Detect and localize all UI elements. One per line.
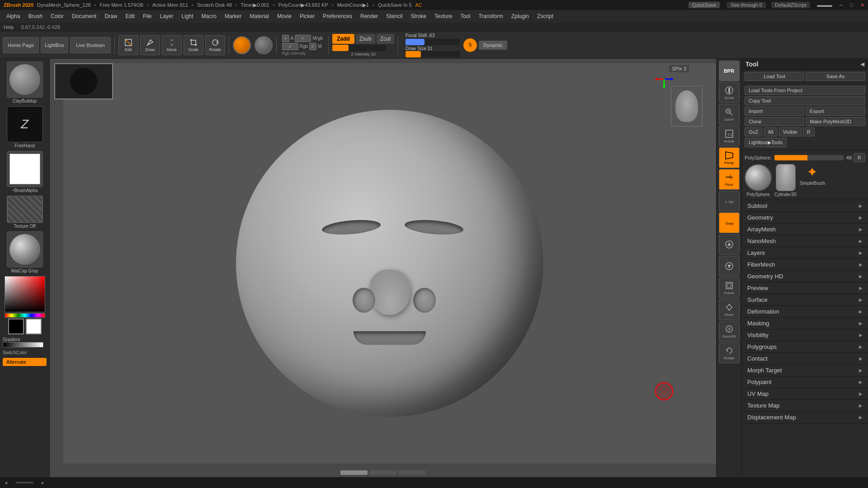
- scroll-tab-2[interactable]: [369, 470, 396, 475]
- zadd-btn[interactable]: Zadd: [332, 34, 354, 44]
- nav-down-btn[interactable]: [719, 256, 740, 277]
- simplebrush-tool[interactable]: ✦ SimpleBrush: [799, 164, 825, 197]
- menu-brush[interactable]: Brush: [25, 12, 46, 21]
- focal-shift-slider[interactable]: [406, 39, 460, 45]
- uv-map-section[interactable]: UV Map ▶: [742, 388, 868, 400]
- background-color[interactable]: [26, 319, 42, 334]
- goz-btn[interactable]: GoZ: [745, 127, 762, 136]
- fibermesh-section[interactable]: FiberMesh ▶: [742, 259, 868, 271]
- menu-stroke[interactable]: Stroke: [407, 12, 430, 21]
- draw-btn[interactable]: Draw: [140, 35, 160, 55]
- gradient-bar[interactable]: [3, 342, 43, 347]
- geometry-hd-section[interactable]: Geometry HD ▶: [742, 271, 868, 282]
- surface-section[interactable]: Surface ▶: [742, 294, 868, 306]
- deformation-section[interactable]: Deformation ▶: [742, 306, 868, 318]
- canvas-thumbnail[interactable]: [54, 63, 113, 99]
- menu-stencil[interactable]: Stencil: [382, 12, 406, 21]
- lightbox-tools-btn[interactable]: Lightbox▶Tools: [745, 138, 787, 147]
- gxyz-btn[interactable]: Gxyz: [719, 212, 740, 233]
- export-btn[interactable]: Export: [806, 107, 865, 116]
- masking-section[interactable]: Masking ▶: [742, 318, 868, 329]
- lightbox-btn[interactable]: LightBox: [41, 37, 68, 53]
- import-btn[interactable]: Import: [745, 107, 804, 116]
- preview-section[interactable]: Preview ▶: [742, 282, 868, 294]
- foreground-color[interactable]: [8, 319, 24, 334]
- menu-render[interactable]: Render: [357, 12, 382, 21]
- morph-target-section[interactable]: Morph Target ▶: [742, 365, 868, 376]
- menu-layer[interactable]: Layer: [156, 12, 177, 21]
- a-checkbox[interactable]: ✓: [282, 35, 289, 42]
- scroll-indicator[interactable]: [15, 482, 33, 483]
- color-gradient[interactable]: [5, 276, 45, 312]
- edit-btn[interactable]: Edit: [118, 35, 138, 55]
- viewport[interactable]: SPix 3: [63, 63, 716, 464]
- menu-picker[interactable]: Picker: [296, 12, 318, 21]
- material-sphere-btn[interactable]: [233, 36, 251, 54]
- scale-btn[interactable]: Scale: [184, 35, 203, 55]
- move-3d-btn[interactable]: Move: [719, 299, 740, 320]
- frame-btn[interactable]: Frame: [719, 277, 740, 298]
- visible-btn[interactable]: Visible: [779, 127, 802, 136]
- all-btn[interactable]: All: [764, 127, 777, 136]
- layers-section[interactable]: Layers ▶: [742, 247, 868, 259]
- menu-color[interactable]: Color: [47, 12, 67, 21]
- geometry-section[interactable]: Geometry ▶: [742, 212, 868, 224]
- polygroups-section[interactable]: Polygroups ▶: [742, 341, 868, 353]
- brush-claybuildup[interactable]: ClayBuildup: [3, 61, 47, 103]
- close-btn[interactable]: ✕: [860, 2, 864, 8]
- panel-arrow-left[interactable]: ◀: [860, 61, 864, 67]
- menu-zscript[interactable]: Zscript: [533, 12, 557, 21]
- copy-tool-btn[interactable]: Copy Tool: [745, 96, 865, 105]
- hue-bar[interactable]: [5, 313, 45, 318]
- floor-btn[interactable]: Floor: [719, 169, 740, 190]
- matcap-section[interactable]: MatCap Gray: [3, 231, 47, 273]
- quick-save-btn[interactable]: QuickSave: [689, 2, 720, 8]
- nav-up-btn[interactable]: [719, 234, 740, 255]
- menu-light[interactable]: Light: [178, 12, 197, 21]
- color-picker[interactable]: [3, 276, 47, 334]
- actual-btn[interactable]: 1:1 Actual: [719, 126, 740, 146]
- polysphere-slider[interactable]: [774, 155, 844, 160]
- menu-material[interactable]: Material: [246, 12, 273, 21]
- menu-texture[interactable]: Texture: [431, 12, 456, 21]
- nanomesh-section[interactable]: NanoMesh ▶: [742, 235, 868, 247]
- r-btn[interactable]: R: [803, 127, 815, 136]
- scroll-tab-1[interactable]: [340, 470, 368, 475]
- displacement-map-section[interactable]: Displacement Map ▶: [742, 412, 868, 423]
- home-page-btn[interactable]: Home Page: [3, 37, 39, 53]
- zoom3d-btn[interactable]: Zoom3D: [719, 321, 740, 342]
- brush-freehand[interactable]: Z FreeHand: [3, 106, 47, 148]
- save-as-btn[interactable]: Save As: [806, 72, 865, 81]
- menu-transform[interactable]: Transform: [475, 12, 506, 21]
- z-intensity-slider[interactable]: [332, 45, 387, 51]
- subtool-section[interactable]: Subtool ▶: [742, 200, 868, 212]
- visibility-section[interactable]: Visibility ▶: [742, 329, 868, 341]
- menu-document[interactable]: Document: [68, 12, 100, 21]
- zoom-btn[interactable]: Zoom: [719, 104, 740, 125]
- zsub-btn[interactable]: Zsub: [356, 34, 375, 44]
- scroll-tab-3[interactable]: [398, 470, 425, 475]
- brush-alpha[interactable]: ~BrushAlpha: [3, 151, 47, 193]
- texture-map-section[interactable]: Texture Map ▶: [742, 400, 868, 412]
- see-through[interactable]: See-through 0: [727, 2, 766, 8]
- bpr-btn[interactable]: BPR: [719, 61, 740, 81]
- move-btn[interactable]: Move: [162, 35, 182, 55]
- menu-zplugin[interactable]: Zplugin: [508, 12, 533, 21]
- persp-btn[interactable]: Persp: [719, 147, 740, 168]
- menu-movie[interactable]: Movie: [274, 12, 295, 21]
- texture-sphere-btn[interactable]: [255, 36, 273, 54]
- lsym-btn[interactable]: L Sym: [719, 191, 740, 211]
- menu-file[interactable]: File: [139, 12, 155, 21]
- maximize-btn[interactable]: □: [850, 2, 853, 8]
- alternate-btn[interactable]: Alternate: [3, 358, 47, 366]
- rotate-btn[interactable]: Rotate: [719, 343, 740, 363]
- canvas-area[interactable]: SPix 3: [50, 59, 716, 477]
- m-checkbox[interactable]: ✓: [309, 43, 316, 50]
- rotate-btn[interactable]: Rotate: [205, 35, 225, 55]
- default-zscript[interactable]: DefaultZScript: [771, 2, 810, 8]
- zcut-btn[interactable]: Zcut: [377, 34, 394, 44]
- menu-tool[interactable]: Tool: [457, 12, 474, 21]
- menu-alpha[interactable]: Alpha: [3, 12, 24, 21]
- menu-edit[interactable]: Edit: [122, 12, 138, 21]
- s-indicator[interactable]: S: [463, 38, 477, 52]
